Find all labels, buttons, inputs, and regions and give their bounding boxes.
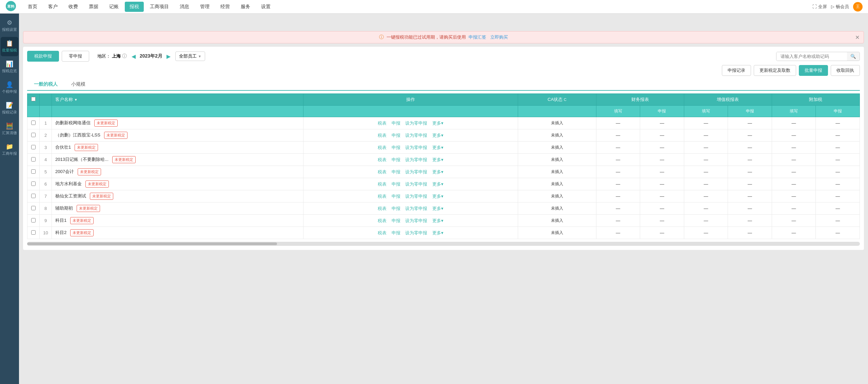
op-tax-form[interactable]: 税表 — [378, 182, 387, 187]
nav-items: 首页 客户 收费 票据 记账 报税 工商项目 消息 管理 经营 服务 设置 — [23, 2, 812, 12]
search-button[interactable]: 🔍 — [847, 52, 860, 61]
op-set-zero[interactable]: 设为零申报 — [405, 157, 427, 162]
op-tax-form[interactable]: 税表 — [378, 194, 387, 199]
nav-accounting[interactable]: 记账 — [104, 2, 123, 12]
op-tax-form[interactable]: 税表 — [378, 218, 387, 223]
fullscreen-button[interactable]: ⛶ 全屏 — [812, 4, 827, 10]
row-surtax-fill: — — [772, 215, 816, 227]
sidebar-item-tax-overview[interactable]: 📊 报税总览 — [1, 58, 18, 77]
row-checkbox[interactable] — [31, 133, 36, 137]
table-scroll-area[interactable]: 客户名称 ▼ 操作 CA状态 C 财务报表 增值税报表 — [27, 93, 860, 239]
op-more[interactable]: 更多▾ — [432, 157, 443, 162]
staff-select[interactable]: 全部员工 ▼ — [175, 51, 205, 61]
search-input[interactable] — [776, 52, 844, 61]
op-more[interactable]: 更多▾ — [432, 169, 443, 174]
logo[interactable]: 草料 — [5, 1, 16, 13]
op-tax-form[interactable]: 税表 — [378, 206, 387, 211]
filing-records-button[interactable]: 申报记录 — [722, 65, 751, 76]
row-checkbox[interactable] — [31, 230, 36, 235]
notice-link-report[interactable]: 申报汇签 — [469, 34, 486, 40]
batch-filing-button[interactable]: 批量申报 — [799, 65, 828, 76]
nav-operations[interactable]: 经营 — [216, 2, 235, 12]
notice-close-button[interactable]: ✕ — [855, 34, 860, 41]
op-more[interactable]: 更多▾ — [432, 182, 443, 187]
tab-zero-filing[interactable]: 零申报 — [62, 51, 89, 62]
op-tax-form[interactable]: 税表 — [378, 157, 387, 162]
op-file[interactable]: 申报 — [392, 182, 400, 187]
tab-general-taxpayer[interactable]: 一般的税人 — [27, 79, 64, 91]
op-more[interactable]: 更多▾ — [432, 145, 443, 150]
op-tax-form[interactable]: 税表 — [378, 230, 387, 235]
nav-billing[interactable]: 收费 — [64, 2, 83, 12]
op-set-zero[interactable]: 设为零申报 — [405, 206, 427, 211]
row-checkbox[interactable] — [31, 157, 36, 162]
nav-tax[interactable]: 报税 — [125, 2, 144, 12]
sort-icon[interactable]: ▼ — [74, 98, 78, 102]
tab-small-scale[interactable]: 小规模 — [64, 79, 92, 91]
nav-service[interactable]: 服务 — [236, 2, 255, 12]
op-tax-form[interactable]: 税表 — [378, 133, 387, 138]
row-checkbox[interactable] — [31, 145, 36, 149]
member-button[interactable]: ▷ 畅会员 — [831, 4, 849, 10]
nav-settings[interactable]: 设置 — [256, 2, 275, 12]
nav-manage[interactable]: 管理 — [195, 2, 214, 12]
nav-business[interactable]: 工商项目 — [145, 2, 174, 12]
sidebar-item-tax-settings[interactable]: ⚙ 报税设置 — [1, 16, 18, 36]
op-more[interactable]: 更多▾ — [432, 121, 443, 126]
row-checkbox[interactable] — [31, 206, 36, 210]
horizontal-scrollbar[interactable] — [27, 242, 860, 246]
update-tax-button[interactable]: 更新税定及取数 — [754, 65, 796, 76]
op-more[interactable]: 更多▾ — [432, 194, 443, 199]
op-set-zero[interactable]: 设为零申报 — [405, 133, 427, 138]
op-more[interactable]: 更多▾ — [432, 206, 443, 211]
op-file[interactable]: 申报 — [392, 218, 400, 223]
op-set-zero[interactable]: 设为零申报 — [405, 182, 427, 187]
op-tax-form[interactable]: 税表 — [378, 169, 387, 174]
sidebar-item-batch-tax[interactable]: 📋 批量报税 — [1, 37, 18, 56]
op-tax-form[interactable]: 税表 — [378, 121, 387, 126]
op-set-zero[interactable]: 设为零申报 — [405, 230, 427, 235]
row-checkbox-cell — [27, 178, 40, 190]
op-set-zero[interactable]: 设为零申报 — [405, 218, 427, 223]
notice-text: 一键报税功能已过试用期，请购买后使用 — [387, 34, 466, 40]
region-info-icon[interactable]: ⓘ — [122, 53, 127, 59]
avatar[interactable]: 王 — [853, 2, 863, 12]
date-prev-button[interactable]: ◀ — [130, 52, 138, 60]
op-file[interactable]: 申报 — [392, 157, 400, 162]
nav-customers[interactable]: 客户 — [43, 2, 62, 12]
op-file[interactable]: 申报 — [392, 169, 400, 174]
op-file[interactable]: 申报 — [392, 145, 400, 150]
nav-home[interactable]: 首页 — [23, 2, 42, 12]
row-checkbox[interactable] — [31, 169, 36, 174]
op-more[interactable]: 更多▾ — [432, 218, 443, 223]
op-tax-form[interactable]: 税表 — [378, 145, 387, 150]
sidebar-item-tax-records[interactable]: 📝 报税记录 — [1, 99, 18, 118]
op-file[interactable]: 申报 — [392, 133, 400, 138]
date-next-button[interactable]: ▶ — [164, 52, 173, 60]
row-checkbox[interactable] — [31, 194, 36, 198]
op-set-zero[interactable]: 设为零申报 — [405, 145, 427, 150]
sidebar-item-annual-report[interactable]: 📁 工商年报 — [1, 140, 18, 159]
nav-messages[interactable]: 消息 — [175, 2, 194, 12]
sidebar-item-settlement[interactable]: 🧮 汇算清缴 — [1, 120, 18, 139]
row-checkbox[interactable] — [31, 121, 36, 125]
scrollbar-thumb[interactable] — [27, 242, 277, 245]
select-all-checkbox[interactable] — [31, 97, 36, 101]
nav-invoice[interactable]: 票据 — [84, 2, 103, 12]
op-file[interactable]: 申报 — [392, 230, 400, 235]
op-file[interactable]: 申报 — [392, 206, 400, 211]
op-more[interactable]: 更多▾ — [432, 133, 443, 138]
retrieve-receipt-button[interactable]: 收取回执 — [831, 65, 860, 76]
op-more[interactable]: 更多▾ — [432, 230, 443, 235]
tab-tax-filing[interactable]: 税款申报 — [27, 51, 59, 62]
op-file[interactable]: 申报 — [392, 194, 400, 199]
sidebar-item-personal-tax[interactable]: 👤 个税申报 — [1, 78, 18, 98]
row-checkbox[interactable] — [31, 218, 36, 222]
op-set-zero[interactable]: 设为零申报 — [405, 194, 427, 199]
op-set-zero[interactable]: 设为零申报 — [405, 121, 427, 126]
op-set-zero[interactable]: 设为零申报 — [405, 169, 427, 174]
row-checkbox[interactable] — [31, 182, 36, 186]
ca-info-icon[interactable]: C — [564, 98, 567, 102]
op-file[interactable]: 申报 — [392, 121, 400, 126]
notice-link-buy[interactable]: 立即购买 — [490, 34, 508, 40]
